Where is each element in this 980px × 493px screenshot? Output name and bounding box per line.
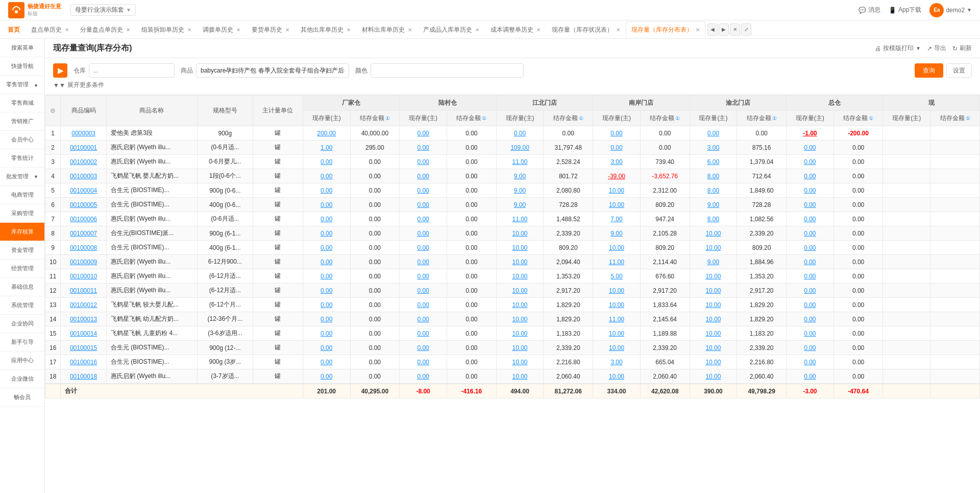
cell-total-qty[interactable]: 0.00 — [786, 226, 834, 241]
close-tab-6[interactable]: ✕ — [347, 27, 351, 33]
cell-lu-qty[interactable]: 0.00 — [400, 312, 447, 326]
cell-nanan-qty[interactable]: 0.00 — [593, 140, 641, 155]
cell-nanan-qty[interactable]: -39.00 — [593, 169, 641, 183]
cell-jiangbei-qty[interactable]: 10.00 — [496, 341, 544, 355]
sidebar-item-member2[interactable]: 畅会员 — [0, 388, 44, 407]
close-tab-9[interactable]: ✕ — [536, 27, 541, 33]
cell-nanan-qty[interactable]: 10.00 — [593, 326, 641, 341]
cell-jiangbei-qty[interactable]: 10.00 — [496, 255, 544, 269]
tab-10[interactable]: 现存量（库存状况表） ✕ — [546, 21, 626, 38]
close-tab-7[interactable]: ✕ — [408, 27, 412, 33]
col-settings[interactable]: ⚙ — [45, 96, 61, 126]
cell-chang-qty[interactable]: 0.00 — [303, 155, 350, 169]
cell-chang-qty[interactable]: 0.00 — [303, 226, 350, 241]
cell-nanan-qty[interactable]: 0.00 — [593, 126, 641, 140]
cell-code[interactable]: 00100002 — [61, 155, 107, 169]
cell-code[interactable]: 00100007 — [61, 226, 107, 241]
cell-lu-qty[interactable]: 0.00 — [400, 355, 447, 369]
cell-yubei-qty[interactable]: 9.00 — [690, 198, 737, 212]
cell-total-qty[interactable]: 0.00 — [786, 140, 834, 155]
cell-yubei-qty[interactable]: 8.00 — [690, 169, 737, 183]
tab-expand-btn[interactable]: ⤢ — [741, 24, 751, 36]
tab-6[interactable]: 其他出库单历史 ✕ — [295, 21, 356, 38]
cell-jiangbei-qty[interactable]: 10.00 — [496, 226, 544, 241]
search-btn[interactable]: 查询 — [915, 63, 943, 78]
sidebar-item-purchase[interactable]: 采购管理 — [0, 204, 44, 223]
cell-jiangbei-qty[interactable]: 10.00 — [496, 269, 544, 284]
cell-lu-qty[interactable]: 0.00 — [400, 284, 447, 298]
cell-lu-qty[interactable]: 0.00 — [400, 269, 447, 284]
app-download-btn[interactable]: 📱 App下载 — [889, 6, 921, 14]
sidebar-item-inventory[interactable]: 库存核算 — [0, 223, 44, 241]
sidebar-item-basics[interactable]: 基础信息 — [0, 278, 44, 296]
cell-jiangbei-qty[interactable]: 10.00 — [496, 298, 544, 312]
tab-3[interactable]: 组装拆卸单历史 ✕ — [136, 21, 197, 38]
cell-yubei-qty[interactable]: 10.00 — [690, 241, 737, 255]
cell-lu-qty[interactable]: 0.00 — [400, 369, 447, 384]
cell-lu-qty[interactable]: 0.00 — [400, 212, 447, 226]
cell-nanan-qty[interactable]: 11.00 — [593, 255, 641, 269]
tab-home[interactable]: 首页 — [2, 21, 26, 38]
cell-yubei-qty[interactable]: 3.00 — [690, 140, 737, 155]
sidebar-item-operations[interactable]: 经营管理 — [0, 260, 44, 278]
cell-yubei-qty[interactable]: 10.00 — [690, 269, 737, 284]
tab-prev-btn[interactable]: ◀ — [707, 24, 718, 36]
cell-nanan-qty[interactable]: 10.00 — [593, 198, 641, 212]
cell-total-qty[interactable]: 0.00 — [786, 298, 834, 312]
cell-jiangbei-qty[interactable]: 0.00 — [496, 126, 544, 140]
cell-code[interactable]: 00100011 — [61, 284, 107, 298]
tab-8[interactable]: 产成品入库单历史 ✕ — [418, 21, 485, 38]
close-tab-1[interactable]: ✕ — [65, 27, 69, 33]
sidebar-item-finance[interactable]: 资金管理 — [0, 241, 44, 260]
cell-yubei-qty[interactable]: 10.00 — [690, 312, 737, 326]
cell-chang-qty[interactable]: 1.00 — [303, 140, 350, 155]
close-tab-2[interactable]: ✕ — [126, 27, 130, 33]
tab-next-btn[interactable]: ▶ — [719, 24, 729, 36]
export-btn[interactable]: ↗ 导出 — [927, 44, 946, 53]
cell-chang-qty[interactable]: 0.00 — [303, 269, 350, 284]
cell-jiangbei-qty[interactable]: 11.00 — [496, 212, 544, 226]
cell-chang-qty[interactable]: 0.00 — [303, 198, 350, 212]
product-input[interactable] — [196, 63, 349, 78]
sidebar-item-member[interactable]: 会员中心 — [0, 131, 44, 149]
cell-jiangbei-qty[interactable]: 10.00 — [496, 312, 544, 326]
cell-jiangbei-qty[interactable]: 109.00 — [496, 140, 544, 155]
tab-9[interactable]: 成本调整单历史 ✕ — [485, 21, 546, 38]
sidebar-item-wholesale[interactable]: 批发管理▼ — [0, 168, 44, 186]
sidebar-item-navigation[interactable]: 快捷导航 — [0, 57, 44, 76]
cell-chang-qty[interactable]: 200.00 — [303, 126, 350, 140]
cell-chang-qty[interactable]: 0.00 — [303, 284, 350, 298]
cell-total-qty[interactable]: 0.00 — [786, 241, 834, 255]
cell-lu-qty[interactable]: 0.00 — [400, 155, 447, 169]
cell-chang-qty[interactable]: 0.00 — [303, 255, 350, 269]
cell-nanan-qty[interactable]: 9.00 — [593, 226, 641, 241]
cell-code[interactable]: 00100013 — [61, 312, 107, 326]
cell-lu-qty[interactable]: 0.00 — [400, 126, 447, 140]
sidebar-item-retail-management[interactable]: 零售管理▲ — [0, 76, 44, 94]
cell-chang-qty[interactable]: 0.00 — [303, 298, 350, 312]
cell-nanan-qty[interactable]: 10.00 — [593, 369, 641, 384]
print-btn[interactable]: 🖨 按模版打印 ▼ — [875, 44, 921, 53]
cell-yubei-qty[interactable]: 10.00 — [690, 284, 737, 298]
user-menu[interactable]: Ea demo2 ▼ — [929, 3, 972, 17]
close-tab-8[interactable]: ✕ — [475, 27, 479, 33]
sidebar-item-collaboration[interactable]: 企业协同 — [0, 315, 44, 333]
cell-total-qty[interactable]: 0.00 — [786, 312, 834, 326]
filter-expand-btn[interactable]: ▶ — [53, 63, 67, 78]
cell-nanan-qty[interactable]: 10.00 — [593, 298, 641, 312]
cell-nanan-qty[interactable]: 10.00 — [593, 284, 641, 298]
cell-total-qty[interactable]: 0.00 — [786, 341, 834, 355]
cell-yubei-qty[interactable]: 10.00 — [690, 298, 737, 312]
cell-chang-qty[interactable]: 0.00 — [303, 312, 350, 326]
more-conditions-btn[interactable]: ▼▼ 展开更多条件 — [53, 81, 972, 89]
cell-yubei-qty[interactable]: 10.00 — [690, 226, 737, 241]
cell-nanan-qty[interactable]: 10.00 — [593, 241, 641, 255]
cell-total-qty[interactable]: 0.00 — [786, 212, 834, 226]
cell-total-qty[interactable]: 0.00 — [786, 183, 834, 198]
cell-jiangbei-qty[interactable]: 9.00 — [496, 198, 544, 212]
table-container[interactable]: ⚙ 商品编码 商品名称 规格型号 主计量单位 厂家仓 陆村仓 江北门店 南岸门店… — [45, 95, 980, 493]
cell-lu-qty[interactable]: 0.00 — [400, 183, 447, 198]
cell-code[interactable]: 00100012 — [61, 298, 107, 312]
cell-lu-qty[interactable]: 0.00 — [400, 198, 447, 212]
cell-total-qty[interactable]: -1.00 — [786, 126, 834, 140]
